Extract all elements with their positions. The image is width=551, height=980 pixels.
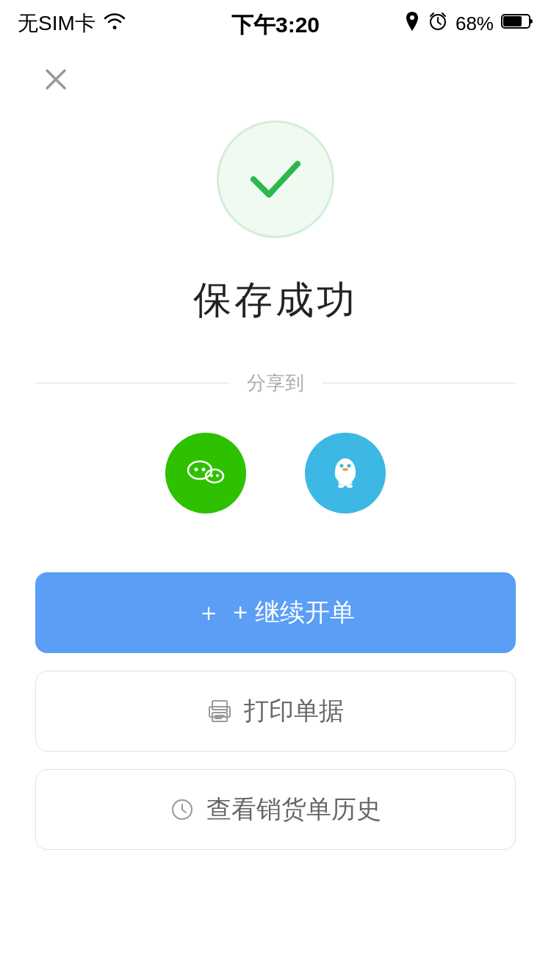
share-divider: 分享到: [0, 370, 551, 396]
divider-line-left: [35, 383, 229, 383]
location-icon: [404, 11, 420, 37]
continue-label: + 继续开单: [233, 596, 354, 630]
svg-point-11: [202, 468, 206, 472]
svg-point-0: [410, 15, 414, 20]
battery-icon: [501, 12, 533, 35]
share-label: 分享到: [229, 370, 322, 396]
wechat-share-button[interactable]: [165, 433, 246, 514]
svg-point-13: [216, 475, 219, 478]
svg-point-12: [210, 475, 213, 478]
continue-button[interactable]: ＋ + 继续开单: [35, 572, 516, 653]
main-content: 保存成功 分享到: [0, 47, 551, 850]
svg-point-23: [347, 485, 353, 488]
svg-point-22: [338, 485, 344, 488]
status-time: 下午3:20: [231, 10, 320, 40]
print-icon: [207, 699, 232, 724]
svg-rect-5: [503, 16, 522, 26]
svg-point-19: [335, 470, 341, 479]
svg-rect-27: [215, 715, 225, 716]
svg-point-17: [347, 464, 351, 468]
svg-rect-24: [212, 701, 227, 710]
svg-point-8: [188, 461, 212, 479]
carrier-text: 无SIM卡: [18, 10, 96, 37]
svg-line-3: [438, 22, 441, 24]
qq-share-button[interactable]: [305, 433, 386, 514]
print-label: 打印单据: [244, 694, 344, 728]
alarm-icon: [428, 11, 448, 37]
battery-text: 68%: [455, 12, 494, 35]
status-right: 68%: [404, 11, 533, 37]
close-button[interactable]: [35, 59, 76, 100]
svg-point-20: [350, 470, 356, 479]
svg-point-10: [195, 468, 198, 472]
wifi-icon: [103, 12, 126, 35]
print-button[interactable]: 打印单据: [35, 671, 516, 752]
svg-point-29: [226, 710, 228, 713]
share-icons: [165, 433, 386, 514]
plus-icon: ＋: [196, 596, 221, 630]
svg-rect-28: [215, 718, 222, 719]
success-title: 保存成功: [193, 275, 358, 326]
history-label: 查看销货单历史: [206, 793, 381, 826]
action-buttons: ＋ + 继续开单 打印单据: [0, 572, 551, 850]
divider-line-right: [322, 383, 516, 383]
svg-point-16: [340, 464, 344, 468]
svg-point-18: [342, 468, 348, 471]
status-left: 无SIM卡: [18, 10, 126, 37]
status-bar: 无SIM卡 下午3:20 68%: [0, 0, 551, 47]
success-icon-circle: [217, 120, 334, 238]
svg-line-32: [182, 810, 186, 813]
history-button[interactable]: 查看销货单历史: [35, 769, 516, 850]
history-icon: [170, 797, 195, 822]
